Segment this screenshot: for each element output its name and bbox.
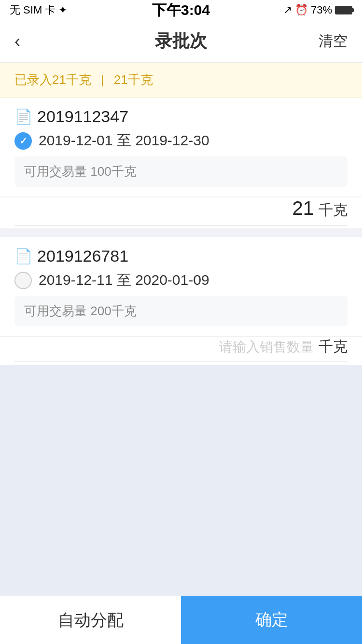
- summary-divider: |: [101, 72, 104, 87]
- batch-2-qty-inner: 请输入销售数量 千克: [14, 337, 348, 362]
- batch-1-avail-box: 可用交易量 100千克: [14, 156, 348, 187]
- nav-bar: ‹ 录批次 清空: [0, 20, 362, 63]
- summary-value: 21千克: [114, 71, 153, 88]
- batch-2-avail-box: 可用交易量 200千克: [14, 296, 348, 326]
- back-button[interactable]: ‹: [14, 31, 20, 52]
- batch-2-unit: 千克: [319, 337, 348, 357]
- batch-2-quantity-placeholder[interactable]: 请输入销售数量: [219, 338, 314, 356]
- batch-2-radio[interactable]: [14, 272, 32, 289]
- clear-button[interactable]: 清空: [319, 31, 348, 51]
- batch-1-radio[interactable]: [14, 132, 32, 150]
- batch-card-2: 📄 2019126781 2019-12-11 至 2020-01-09 可用交…: [0, 237, 362, 336]
- batch-1-unit: 千克: [319, 200, 348, 220]
- auto-distribute-button[interactable]: 自动分配: [0, 596, 181, 644]
- confirm-button[interactable]: 确定: [181, 596, 362, 644]
- alarm-icon: ⏰: [295, 4, 308, 16]
- bottom-buttons: 自动分配 确定: [0, 596, 362, 644]
- location-icon: ↗: [283, 4, 292, 16]
- status-bar: 无 SIM 卡 ✦ 下午3:04 ↗ ⏰ 73%: [0, 0, 362, 20]
- batch-2-date-row: 2019-12-11 至 2020-01-09: [14, 270, 348, 290]
- batch-2-id: 2019126781: [37, 247, 128, 266]
- batch-1-header: 📄 2019112347: [14, 107, 348, 126]
- batch-1-id: 2019112347: [37, 107, 128, 126]
- section-gap-1: [0, 228, 362, 237]
- battery-percent: 73%: [311, 4, 332, 16]
- status-left: 无 SIM 卡 ✦: [10, 3, 67, 17]
- status-right: ↗ ⏰ 73%: [283, 4, 352, 16]
- sim-label: 无 SIM 卡 ✦: [10, 3, 67, 17]
- batch-2-header: 📄 2019126781: [14, 247, 348, 266]
- battery-icon: [335, 6, 352, 14]
- batch-1-quantity-value[interactable]: 21: [285, 197, 314, 219]
- batch-card-1: 📄 2019112347 2019-12-01 至 2019-12-30 可用交…: [0, 98, 362, 196]
- batch-1-qty-wrapper: 21 千克: [0, 197, 362, 228]
- batch-1-date-row: 2019-12-01 至 2019-12-30: [14, 131, 348, 151]
- summary-recorded-label: 已录入21千克: [14, 71, 91, 88]
- batch-1-qty-inner: 21 千克: [14, 197, 348, 225]
- batch-2-date: 2019-12-11 至 2020-01-09: [39, 270, 209, 290]
- batch-1-avail-text: 可用交易量 100千克: [24, 164, 137, 179]
- batch-2-qty-wrapper: 请输入销售数量 千克: [0, 337, 362, 365]
- batch-2-avail-text: 可用交易量 200千克: [24, 304, 137, 318]
- empty-area: [0, 365, 362, 616]
- batch-2-icon: 📄: [14, 248, 32, 265]
- batch-1-icon: 📄: [14, 108, 32, 125]
- summary-banner: 已录入21千克 | 21千克: [0, 63, 362, 98]
- status-time: 下午3:04: [152, 0, 210, 20]
- batch-1-date: 2019-12-01 至 2019-12-30: [39, 131, 209, 151]
- page-title: 录批次: [155, 29, 207, 53]
